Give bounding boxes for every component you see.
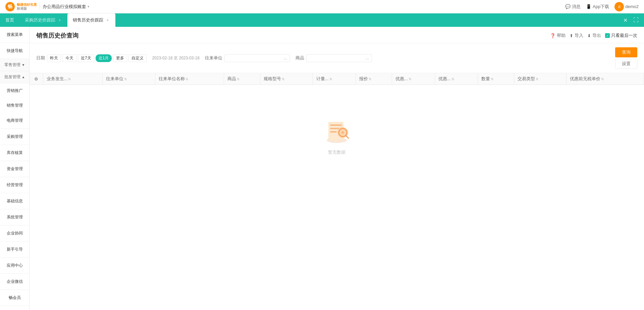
tab-maximize-btn[interactable]: ⛶ (632, 16, 640, 24)
tab-sales-history-label: 销售历史价跟踪 (73, 17, 103, 23)
tab-home[interactable]: 首页 (0, 13, 19, 27)
sidebar-item-search-menu[interactable]: 搜索菜单 (0, 27, 29, 43)
date-btn-more[interactable]: 更多 (113, 54, 127, 62)
tab-purchase-history[interactable]: 采购历史价跟踪 × (19, 13, 67, 27)
col-settings[interactable]: ⚙ (30, 73, 43, 85)
help-btn[interactable]: ❓ 帮助 (550, 33, 566, 39)
col-partner-name[interactable]: 往来单位名称⇅ (155, 73, 224, 85)
message-icon: 💬 (565, 4, 571, 9)
date-btn-today[interactable]: 今天 (62, 54, 76, 62)
sidebar-item-wholesale-mgmt[interactable]: 批发管理 ▲ (0, 71, 29, 83)
sidebar-item-operations[interactable]: 经营管理 (0, 177, 29, 193)
sidebar-item-finance[interactable]: 资金管理 (0, 161, 29, 177)
sidebar-item-member[interactable]: 畅会员 (0, 290, 29, 306)
date-btn-yesterday[interactable]: 昨天 (47, 54, 61, 62)
tab-purchase-close-icon[interactable]: × (57, 18, 62, 22)
col-tax-price[interactable]: 优惠前无税单价⇅ (567, 73, 644, 85)
col-spec[interactable]: 规格型号⇅ (260, 73, 313, 85)
data-table: ⚙ 业务发生...⇅ 往来单位⇅ 往来单位名称⇅ 商品⇅ 规格型号⇅ 计量...… (30, 73, 644, 85)
app-download-label: App下载 (593, 4, 609, 10)
sidebar-item-enterprise[interactable]: 企业协同 (0, 225, 29, 242)
import-label: 导入 (575, 33, 583, 39)
sales-mgmt-label: 销售管理 (7, 103, 23, 108)
tab-close-btn[interactable]: ✕ (621, 16, 629, 24)
page-header: 销售历史价查询 ❓ 帮助 ⬆ 导入 ⬇ 导出 ✓ 只看最后一次 (30, 27, 644, 43)
col-goods[interactable]: 商品⇅ (224, 73, 260, 85)
empty-icon (320, 112, 354, 145)
quick-nav-label: 快捷导航 (7, 48, 23, 54)
date-filter: 日期 昨天 今天 近7天 近1月 更多 自定义 (36, 54, 147, 62)
col-discount1[interactable]: 优惠...⇅ (392, 73, 435, 85)
goods-input-dots[interactable]: ... (366, 56, 369, 60)
partner-input-dots[interactable]: ... (284, 56, 287, 60)
brand-label: 标准版 (17, 7, 37, 11)
only-last-checkbox[interactable]: ✓ (605, 33, 610, 38)
date-btn-7days[interactable]: 近7天 (78, 54, 94, 62)
goods-filter: 商品 ... (296, 54, 372, 62)
svg-line-7 (346, 136, 348, 138)
date-btn-1month[interactable]: 近1月 (96, 54, 112, 62)
partner-input-wrap: ... (224, 54, 290, 62)
download-icon: 📱 (586, 4, 591, 9)
sidebar-item-purchase[interactable]: 采购管理 (0, 129, 29, 145)
industry-label: 办公用品行业模拟账套 (43, 4, 86, 10)
divider (40, 3, 40, 10)
svg-point-8 (341, 131, 344, 134)
svg-rect-2 (330, 124, 342, 126)
retail-mgmt-label: 零售管理 (4, 62, 20, 68)
message-action[interactable]: 💬 消息 (565, 4, 581, 10)
industry-selector[interactable]: 办公用品行业模拟账套 ▾ (43, 4, 89, 10)
tab-sales-history[interactable]: 销售历史价跟踪 × (67, 13, 115, 27)
marketing-label: 营销推广 (7, 88, 23, 94)
search-menu-label: 搜索菜单 (7, 32, 23, 38)
col-biz-date[interactable]: 业务发生...⇅ (43, 73, 102, 85)
sidebar-item-retail-mgmt[interactable]: 零售管理 ▼ (0, 59, 29, 71)
top-bar-left: 畅 畅捷信好生意 标准版 办公用品行业模拟账套 ▾ (5, 2, 89, 11)
settings-button[interactable]: 设置 (615, 59, 637, 69)
sidebar-item-quick-nav[interactable]: 快捷导航 (0, 43, 29, 59)
col-unit[interactable]: 计量...⇅ (313, 73, 356, 85)
sidebar-item-enterprise-wechat[interactable]: 企业微信 (0, 274, 29, 290)
operations-label: 经营管理 (7, 182, 23, 188)
sidebar: 搜索菜单 快捷导航 零售管理 ▼ 批发管理 ▲ 营销推广 销售管理 电商管理 采… (0, 27, 30, 310)
partner-input[interactable] (227, 56, 284, 61)
main-layout: 搜索菜单 快捷导航 零售管理 ▼ 批发管理 ▲ 营销推广 销售管理 电商管理 采… (0, 27, 644, 310)
date-btn-custom[interactable]: 自定义 (128, 54, 147, 62)
svg-rect-4 (330, 131, 337, 133)
sidebar-item-app-center[interactable]: 应用中心 (0, 258, 29, 274)
page-actions: ❓ 帮助 ⬆ 导入 ⬇ 导出 ✓ 只看最后一次 (550, 33, 637, 39)
goods-input[interactable] (309, 56, 366, 61)
sidebar-item-system[interactable]: 系统管理 (0, 209, 29, 225)
col-price[interactable]: 报价⇅ (356, 73, 392, 85)
sidebar-item-newbie[interactable]: 新手引导 (0, 242, 29, 258)
date-buttons: 昨天 今天 近7天 近1月 更多 自定义 (47, 54, 147, 62)
tab-bar-right: ✕ ⛶ (621, 16, 644, 24)
wholesale-mgmt-label: 批发管理 (4, 74, 20, 80)
logo-area: 畅 畅捷信好生意 标准版 (5, 2, 37, 11)
app-center-label: 应用中心 (7, 263, 23, 268)
export-btn[interactable]: ⬇ 导出 (587, 33, 601, 39)
filter-actions: 查询 设置 (615, 47, 637, 69)
sidebar-item-ecommerce[interactable]: 电商管理 (0, 113, 29, 129)
col-discount2[interactable]: 优惠...⇅ (435, 73, 478, 85)
user-action[interactable]: d demo2 (614, 2, 639, 11)
only-last-checkbox-label[interactable]: ✓ 只看最后一次 (605, 33, 637, 39)
newbie-label: 新手引导 (7, 247, 23, 252)
col-partner-code[interactable]: 往来单位⇅ (102, 73, 155, 85)
sidebar-item-basic-info[interactable]: 基础信息 (0, 193, 29, 209)
col-trade-type[interactable]: 交易类型⇅ (514, 73, 567, 85)
goods-input-wrap: ... (306, 54, 372, 62)
sidebar-item-marketing[interactable]: 营销推广 (0, 83, 29, 98)
query-button[interactable]: 查询 (615, 47, 637, 57)
col-quantity[interactable]: 数量⇅ (478, 73, 514, 85)
app-download-action[interactable]: 📱 App下载 (586, 4, 609, 10)
sidebar-item-inventory[interactable]: 库存核算 (0, 145, 29, 161)
enterprise-wechat-label: 企业微信 (7, 279, 23, 285)
import-btn[interactable]: ⬆ 导入 (570, 33, 583, 39)
date-range-text: 2023-02-18 至 2023-03-18 (152, 55, 199, 61)
logo-text-line1: 畅捷信好生意 (17, 3, 37, 7)
chevron-down-icon: ▾ (88, 5, 89, 8)
tab-sales-close-icon[interactable]: × (105, 18, 110, 22)
table-header-row: ⚙ 业务发生...⇅ 往来单位⇅ 往来单位名称⇅ 商品⇅ 规格型号⇅ 计量...… (30, 73, 644, 85)
sidebar-item-sales-mgmt[interactable]: 销售管理 (0, 98, 29, 113)
